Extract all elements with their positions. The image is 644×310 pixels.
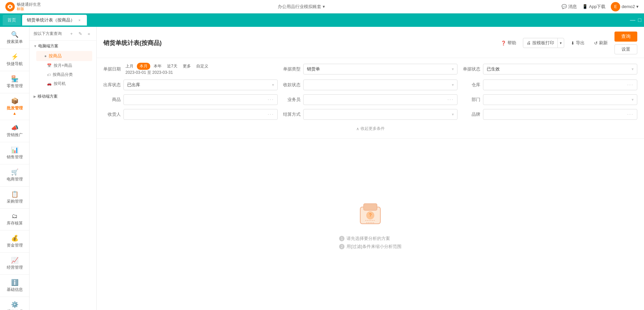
sidebar-item-wholesale[interactable]: 📦 批发管理 ▲	[0, 93, 29, 120]
basicinfo-icon: ℹ️	[0, 279, 29, 286]
filter-area: 单据日期 上月 本月 本年 近7天 更多 自定义	[97, 58, 644, 139]
doc-status-chevron: ▾	[632, 67, 634, 71]
search-icon: 🔍	[0, 31, 29, 38]
warehouse-select[interactable]: ···	[483, 80, 637, 90]
date-tab-last7[interactable]: 近7天	[165, 63, 179, 70]
scheme-subitem-cashier[interactable]: 🚗 按司机	[36, 79, 92, 88]
user-menu[interactable]: E demo2 ▾	[611, 2, 639, 11]
brand-select[interactable]: ···	[483, 109, 637, 120]
payment-status-select[interactable]: ▾	[303, 80, 458, 90]
help-btn[interactable]: ❓ 帮助	[498, 39, 519, 47]
scheme-subitem-product-category[interactable]: 🏷 按商品分类	[36, 70, 92, 79]
svg-point-0	[9, 6, 11, 7]
sidebar-item-quicknav[interactable]: ⚡ 快捷导航	[0, 49, 29, 71]
print-btn[interactable]: 🖨 按模板打印	[523, 38, 558, 48]
topbar-right: 💬 消息 📱 App下载 E demo2 ▾	[561, 2, 639, 11]
refresh-btn[interactable]: ↺ 刷新	[591, 39, 610, 47]
date-label: 单据日期	[103, 66, 121, 72]
salesperson-dots: ···	[447, 97, 454, 103]
query-actions: 查询 设置	[614, 32, 637, 54]
settlement-label: 结算方式	[283, 111, 301, 117]
filter-receiver: 收货人 ···	[103, 109, 278, 120]
sidebar-item-finance[interactable]: 💰 资金管理	[0, 230, 29, 253]
doc-status-select[interactable]: 已生效 ▾	[483, 64, 637, 74]
sidebar-item-ecommerce[interactable]: 🛒 电商管理	[0, 164, 29, 187]
sidebar-item-procurement[interactable]: 📋 采购管理	[0, 187, 29, 209]
salesperson-label: 业务员	[283, 97, 301, 103]
goods-select[interactable]: ···	[123, 94, 278, 105]
date-tab-more[interactable]: 更多	[181, 63, 193, 70]
operations-icon: 📈	[0, 257, 29, 264]
scheme-panel-header: 按以下方案查询 + ✎ «	[30, 27, 96, 41]
filter-goods: 商品 ···	[103, 94, 278, 105]
industry-selector[interactable]: 办公用品行业模拟账套 ▾	[278, 4, 325, 10]
warehouse-label: 仓库	[463, 82, 480, 88]
date-tab-custom[interactable]: 自定义	[194, 63, 210, 70]
message-btn[interactable]: 💬 消息	[561, 4, 577, 10]
sidebar-item-inventory[interactable]: 🗂 库存核算	[0, 209, 29, 230]
tab-sales-stats[interactable]: 销货单统计表（按商品） ×	[22, 15, 87, 25]
inventory-icon: 🗂	[0, 213, 29, 220]
goods-label: 商品	[103, 97, 121, 103]
tab-home[interactable]: 首页	[3, 15, 21, 25]
scheme-desktop-group: ▼ 电脑端方案 ● 按商品 📅 按月+商品 🏷 按商品分类	[30, 41, 96, 91]
sidebar-item-basicinfo[interactable]: ℹ️ 基础信息	[0, 275, 29, 297]
receiver-select[interactable]: ···	[123, 109, 278, 120]
empty-tips: 1 请先选择要分析的方案 2 用[过滤]条件来缩小分析范围	[339, 236, 401, 252]
scheme-item-by-product[interactable]: ● 按商品	[36, 51, 92, 61]
sidebar-item-system[interactable]: ⚙️ 系统管理	[0, 297, 29, 310]
filter-salesperson: 业务员 ···	[283, 94, 458, 105]
desktop-group-arrow: ▼	[34, 44, 37, 48]
sidebar-item-marketing[interactable]: 📣 营销推广	[0, 120, 29, 142]
page-title: 销货单统计表(按商品)	[103, 39, 162, 47]
filter-date: 单据日期 上月 本月 本年 近7天 更多 自定义	[103, 63, 278, 75]
department-select[interactable]: ▾	[483, 94, 637, 105]
home-tab-label: 首页	[7, 17, 16, 23]
quicknav-icon: ⚡	[0, 53, 29, 60]
brand-label: 品牌	[463, 111, 480, 117]
scheme-collapse-btn[interactable]: «	[86, 30, 92, 37]
date-tab-this-month[interactable]: 本月	[137, 63, 150, 70]
settlement-select[interactable]: ▾	[303, 109, 458, 120]
sidebar-item-sales[interactable]: 📊 销售管理	[0, 142, 29, 164]
sidebar-item-search[interactable]: 🔍 搜索菜单	[0, 27, 29, 49]
tab-maximize-btn[interactable]: □	[638, 17, 641, 23]
logo-area: 畅捷通好生意 标版	[5, 2, 41, 11]
date-range: 2023-03-01 至 2023-03-31	[125, 70, 278, 75]
system-icon: ⚙️	[0, 301, 29, 308]
scheme-edit-btn[interactable]: ✎	[77, 30, 84, 37]
query-button[interactable]: 查询	[614, 32, 637, 42]
scheme-panel: 按以下方案查询 + ✎ « ▼ 电脑端方案 ● 按商品	[30, 27, 97, 310]
scheme-mobile-group: ▶ 移动端方案	[30, 91, 96, 104]
filter-payment-status: 收款状态 ▾	[283, 80, 458, 90]
procurement-icon: 📋	[0, 191, 29, 198]
app-download-btn[interactable]: 📱 App下载	[582, 4, 605, 10]
collapse-icon: ∧	[356, 126, 359, 131]
scheme-desktop-group-title[interactable]: ▼ 电脑端方案	[34, 43, 92, 49]
tab-minimize-btn[interactable]: —	[630, 17, 635, 23]
export-btn[interactable]: ⬇ 导出	[568, 39, 587, 47]
tabbar: 首页 销货单统计表（按商品） × — □	[0, 13, 644, 27]
scheme-add-btn[interactable]: +	[68, 30, 75, 37]
warehouse-status-label: 出库状态	[103, 82, 121, 88]
topbar: 畅捷通好生意 标版 办公用品行业模拟账套 ▾ 💬 消息 📱 App下载 E de…	[0, 0, 644, 13]
settings-button[interactable]: 设置	[614, 44, 637, 54]
department-label: 部门	[463, 97, 480, 103]
filter-doc-status: 单据状态 已生效 ▾	[463, 64, 637, 74]
filter-warehouse-status: 出库状态 已出库 ▾	[103, 80, 278, 90]
warehouse-status-select[interactable]: 已出库 ▾	[123, 80, 278, 90]
sidebar-item-operations[interactable]: 📈 经营管理	[0, 253, 29, 275]
date-tab-this-year[interactable]: 本年	[152, 63, 164, 70]
doc-type-select[interactable]: 销货单 ▾	[303, 64, 458, 74]
print-dropdown-btn[interactable]: ▾	[558, 39, 564, 47]
tab-close-btn[interactable]: ×	[77, 17, 82, 23]
salesperson-select[interactable]: ···	[303, 94, 458, 105]
scheme-subitem-month-product[interactable]: 📅 按月+商品	[36, 61, 92, 70]
empty-tip-1: 1 请先选择要分析的方案	[339, 236, 401, 242]
scheme-mobile-group-title[interactable]: ▶ 移动端方案	[34, 94, 92, 99]
logo-text: 畅捷通好生意 标版	[17, 2, 41, 11]
sidebar-item-retail[interactable]: 🏪 零售管理	[0, 71, 29, 93]
collapse-more-btn[interactable]: ∧ 收起更多条件	[103, 124, 637, 134]
date-tab-last-month[interactable]: 上月	[123, 63, 136, 70]
page-body: 按以下方案查询 + ✎ « ▼ 电脑端方案 ● 按商品	[30, 27, 644, 310]
